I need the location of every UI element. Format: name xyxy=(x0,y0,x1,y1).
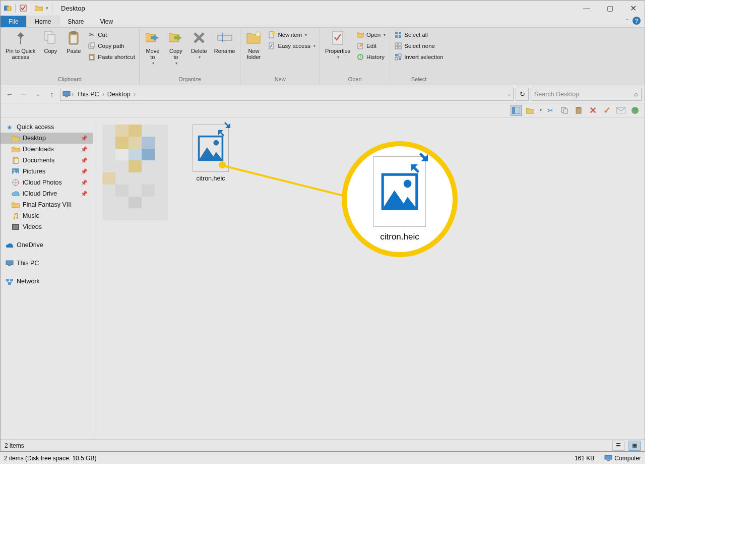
ribbon-collapse-icon[interactable]: ⌃ xyxy=(625,18,629,24)
minimize-button[interactable]: — xyxy=(575,1,598,16)
copy-toolstrip-button[interactable] xyxy=(559,105,570,116)
nav-onedrive[interactable]: OneDrive xyxy=(1,239,93,251)
nav-network[interactable]: Network xyxy=(1,276,93,287)
tab-view[interactable]: View xyxy=(92,16,121,27)
cut-toolstrip-button[interactable]: ✂ xyxy=(545,105,556,116)
nav-recent-dropdown[interactable]: ⌄ xyxy=(32,88,44,100)
properties-icon xyxy=(330,30,346,46)
nav-quick-access[interactable]: ★ Quick access xyxy=(1,122,93,133)
nav-item-ff8[interactable]: Final Fantasy VIII xyxy=(1,199,93,210)
rename-button[interactable]: Rename xyxy=(211,29,238,55)
nav-item-pictures[interactable]: Pictures📌 xyxy=(1,166,93,177)
tab-home[interactable]: Home xyxy=(26,16,59,27)
svg-rect-45 xyxy=(14,158,19,163)
new-folder-button[interactable]: New folder xyxy=(242,29,265,61)
properties-button[interactable]: Properties▾ xyxy=(322,29,353,61)
nav-item-desktop[interactable]: Desktop📌 xyxy=(1,133,93,144)
ribbon-group-select: Select all Select none Invert selection … xyxy=(390,28,447,85)
ribbon-group-clipboard: Pin to Quick access Copy Paste ✂Cut Copy… xyxy=(1,28,140,85)
view-large-icons-button[interactable]: ▦ xyxy=(628,441,641,451)
svg-rect-63 xyxy=(605,455,612,459)
address-input[interactable]: › This PC › Desktop › ⌄ xyxy=(60,88,514,101)
svg-rect-59 xyxy=(10,279,13,281)
file-tile-citron[interactable]: citron.heic xyxy=(178,125,243,182)
svg-rect-10 xyxy=(90,43,95,47)
tab-file[interactable]: File xyxy=(1,16,26,27)
copy-to-button[interactable]: Copy to▾ xyxy=(165,29,187,67)
address-dropdown-icon[interactable]: ⌄ xyxy=(507,91,511,97)
rename-icon xyxy=(217,30,233,46)
easy-access-button[interactable]: Easy access▾ xyxy=(266,41,318,51)
location-label: Computer xyxy=(604,455,641,462)
window-controls: — ▢ ✕ xyxy=(575,1,645,16)
compress-arrows-icon xyxy=(217,122,231,136)
crumb-sep-icon: › xyxy=(71,91,75,98)
ribbon-group-new: New folder New item▾ Easy access▾ New xyxy=(240,28,320,85)
tab-share[interactable]: Share xyxy=(59,16,92,27)
help-icon[interactable]: ? xyxy=(633,17,641,25)
properties-qat-icon[interactable] xyxy=(19,4,27,12)
close-button[interactable]: ✕ xyxy=(621,1,645,16)
invert-selection-button[interactable]: Invert selection xyxy=(392,52,445,62)
paste-shortcut-button[interactable]: Paste shortcut xyxy=(86,52,137,62)
pin-icon: 📌 xyxy=(81,191,91,197)
qat-dropdown-icon[interactable]: ▾ xyxy=(46,6,48,11)
folder-qat-icon[interactable] xyxy=(35,4,43,12)
callout-thumb xyxy=(373,156,426,227)
history-button[interactable]: History xyxy=(354,52,388,62)
globe-toolstrip-button[interactable] xyxy=(629,105,641,116)
status-item-count: 2 items xyxy=(5,442,24,449)
paste-toolstrip-button[interactable] xyxy=(573,105,584,116)
file-explorer-window: ▾ Desktop — ▢ ✕ File Home Share View ⌃ ?… xyxy=(0,0,645,452)
svg-rect-12 xyxy=(90,56,93,59)
edit-button[interactable]: Edit xyxy=(354,41,388,51)
nav-back-button[interactable]: ← xyxy=(4,88,16,100)
copy-path-button[interactable]: Copy path xyxy=(86,41,137,51)
confirm-toolstrip-button[interactable]: ✓ xyxy=(601,105,612,116)
dropdown-icon[interactable]: ▾ xyxy=(540,108,542,112)
search-input[interactable]: Search Desktop ⌕ xyxy=(531,88,642,101)
new-item-button[interactable]: New item▾ xyxy=(266,30,318,40)
cut-button[interactable]: ✂Cut xyxy=(86,30,137,40)
view-details-button[interactable]: ☰ xyxy=(612,441,624,451)
svg-rect-31 xyxy=(399,54,401,56)
preview-pane-button[interactable] xyxy=(511,105,522,116)
nav-item-videos[interactable]: Videos xyxy=(1,221,93,232)
pin-to-quick-access-button[interactable]: Pin to Quick access xyxy=(3,29,38,61)
ribbon-group-label: Select xyxy=(392,76,445,84)
delete-button[interactable]: Delete▾ xyxy=(188,29,210,61)
delete-toolstrip-button[interactable]: ✕ xyxy=(587,105,598,116)
file-tile-blurred[interactable] xyxy=(102,125,168,220)
refresh-button[interactable]: ↻ xyxy=(516,88,529,101)
move-to-button[interactable]: Move to▾ xyxy=(142,29,164,67)
ribbon-group-organize: Move to▾ Copy to▾ Delete▾ Rename Organiz… xyxy=(140,28,241,85)
nav-item-documents[interactable]: Documents📌 xyxy=(1,155,93,166)
new-item-icon xyxy=(268,31,276,39)
breadcrumb-desktop[interactable]: Desktop xyxy=(105,91,133,98)
paste-button[interactable]: Paste xyxy=(62,29,85,55)
nav-forward-button[interactable]: → xyxy=(18,88,30,100)
nav-up-button[interactable]: ↑ xyxy=(46,88,58,100)
nav-item-icloud-drive[interactable]: iCloud Drive📌 xyxy=(1,188,93,199)
nav-item-music[interactable]: Music xyxy=(1,210,93,221)
music-icon xyxy=(12,212,20,220)
computer-icon xyxy=(604,455,612,461)
onedrive-icon xyxy=(6,241,14,249)
image-file-icon xyxy=(380,172,419,211)
maximize-button[interactable]: ▢ xyxy=(598,1,621,16)
svg-rect-5 xyxy=(48,34,55,43)
nav-item-icloud-photos[interactable]: iCloud Photos📌 xyxy=(1,177,93,188)
nav-this-pc[interactable]: This PC xyxy=(1,258,93,269)
select-none-button[interactable]: Select none xyxy=(392,41,445,51)
open-button[interactable]: Open▾ xyxy=(354,30,388,40)
organize-button[interactable] xyxy=(525,105,536,116)
mail-toolstrip-button[interactable] xyxy=(615,105,626,116)
copy-button[interactable]: Copy xyxy=(39,29,61,55)
svg-rect-13 xyxy=(218,35,232,40)
nav-item-downloads[interactable]: Downloads📌 xyxy=(1,144,93,155)
select-all-button[interactable]: Select all xyxy=(392,30,445,40)
file-name-label: citron.heic xyxy=(197,175,225,182)
ribbon: Pin to Quick access Copy Paste ✂Cut Copy… xyxy=(1,28,645,85)
breadcrumb-this-pc[interactable]: This PC xyxy=(75,91,101,98)
monitor-icon xyxy=(62,90,71,98)
